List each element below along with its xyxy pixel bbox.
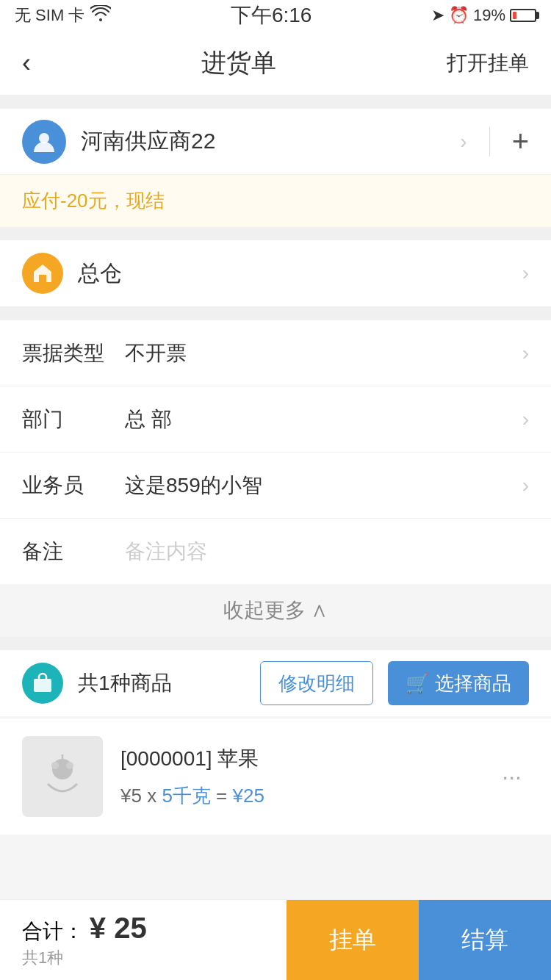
header: ‹ 进货单 打开挂单 bbox=[0, 31, 551, 96]
svg-rect-2 bbox=[34, 679, 51, 692]
supplier-name[interactable]: 河南供应商22 bbox=[81, 126, 460, 156]
warehouse-section: 总仓 › bbox=[0, 240, 551, 306]
supplier-section: 河南供应商22 › + 应付-20元，现结 bbox=[0, 109, 551, 227]
sales-value: 这是859的小智 bbox=[125, 472, 522, 500]
svg-point-5 bbox=[66, 762, 73, 769]
checkout-button[interactable]: 结算 bbox=[419, 900, 551, 981]
status-time: 下午6:16 bbox=[231, 1, 312, 29]
ticket-type-value: 不开票 bbox=[125, 339, 522, 367]
battery-icon bbox=[510, 9, 536, 22]
back-button[interactable]: ‹ bbox=[22, 48, 31, 79]
product-info: [0000001] 苹果 ¥5 x 5千克 = ¥25 bbox=[120, 745, 494, 809]
battery-percent: 19% bbox=[473, 6, 505, 25]
product-item: [0000001] 苹果 ¥5 x 5千克 = ¥25 ··· bbox=[0, 718, 551, 835]
svg-point-4 bbox=[51, 762, 59, 769]
pending-button[interactable]: 挂单 bbox=[287, 900, 419, 981]
supplier-row: 河南供应商22 › + bbox=[0, 109, 551, 175]
product-name: [0000001] 苹果 bbox=[120, 745, 494, 773]
divider-3 bbox=[0, 306, 551, 320]
total-row: 合计： ¥ 25 bbox=[22, 912, 264, 945]
collapse-bar[interactable]: 收起更多 ∧ bbox=[0, 584, 551, 637]
warehouse-icon bbox=[22, 253, 63, 294]
sales-chevron-icon: › bbox=[522, 474, 529, 497]
dept-row[interactable]: 部门 总 部 › bbox=[0, 386, 551, 452]
select-goods-button[interactable]: 🛒 选择商品 bbox=[388, 661, 529, 705]
add-supplier-button[interactable]: + bbox=[512, 125, 529, 158]
ticket-chevron-icon: › bbox=[522, 342, 529, 365]
location-icon: ➤ bbox=[431, 6, 444, 25]
product-thumbnail bbox=[22, 736, 103, 817]
product-menu-button[interactable]: ··· bbox=[494, 756, 529, 798]
svg-point-0 bbox=[39, 133, 49, 143]
goods-icon bbox=[22, 663, 63, 704]
supplier-avatar bbox=[22, 120, 66, 164]
vertical-divider bbox=[489, 127, 490, 156]
status-right: ➤ ⏰ 19% bbox=[431, 6, 536, 25]
divider-1 bbox=[0, 96, 551, 109]
ticket-type-label: 票据类型 bbox=[22, 339, 125, 367]
warehouse-chevron-icon: › bbox=[522, 262, 529, 285]
warehouse-name: 总仓 bbox=[78, 259, 522, 289]
supplier-chevron-icon: › bbox=[460, 130, 467, 154]
remark-row[interactable]: 备注 备注内容 bbox=[0, 518, 551, 584]
page-title: 进货单 bbox=[201, 46, 276, 80]
total-section: 合计： ¥ 25 共1种 bbox=[0, 912, 287, 969]
dept-label: 部门 bbox=[22, 406, 125, 433]
edit-detail-button[interactable]: 修改明细 bbox=[260, 661, 373, 705]
total-label: 合计： bbox=[22, 920, 84, 943]
supplier-right: › + bbox=[460, 125, 529, 158]
open-pending-button[interactable]: 打开挂单 bbox=[447, 49, 529, 77]
divider-4 bbox=[0, 637, 551, 650]
status-bar: 无 SIM 卡 下午6:16 ➤ ⏰ 19% bbox=[0, 0, 551, 31]
divider-2 bbox=[0, 227, 551, 240]
warehouse-row[interactable]: 总仓 › bbox=[0, 240, 551, 306]
status-left: 无 SIM 卡 bbox=[15, 4, 111, 26]
select-goods-icon: 🛒 bbox=[406, 672, 429, 695]
total-amount: ¥ 25 bbox=[90, 912, 147, 944]
goods-header: 共1种商品 修改明细 🛒 选择商品 bbox=[0, 650, 551, 716]
collapse-label: 收起更多 ∧ bbox=[223, 597, 328, 624]
total-sub: 共1种 bbox=[22, 947, 264, 969]
svg-rect-1 bbox=[39, 275, 46, 282]
dept-value: 总 部 bbox=[125, 406, 522, 433]
alert-notice: 应付-20元，现结 bbox=[0, 175, 551, 227]
form-section: 票据类型 不开票 › 部门 总 部 › 业务员 这是859的小智 › 备注 备注… bbox=[0, 320, 551, 584]
dept-chevron-icon: › bbox=[522, 408, 529, 431]
wifi-icon bbox=[90, 5, 111, 26]
remark-label: 备注 bbox=[22, 538, 125, 566]
alarm-icon: ⏰ bbox=[449, 6, 469, 25]
ticket-type-row[interactable]: 票据类型 不开票 › bbox=[0, 320, 551, 386]
sales-row[interactable]: 业务员 这是859的小智 › bbox=[0, 452, 551, 518]
goods-count: 共1种商品 bbox=[78, 669, 245, 697]
remark-input[interactable]: 备注内容 bbox=[125, 538, 529, 566]
sales-label: 业务员 bbox=[22, 472, 125, 500]
product-price: ¥5 x 5千克 = ¥25 bbox=[120, 783, 494, 809]
bottom-bar: 合计： ¥ 25 共1种 挂单 结算 bbox=[0, 899, 551, 980]
carrier-text: 无 SIM 卡 bbox=[15, 4, 84, 26]
